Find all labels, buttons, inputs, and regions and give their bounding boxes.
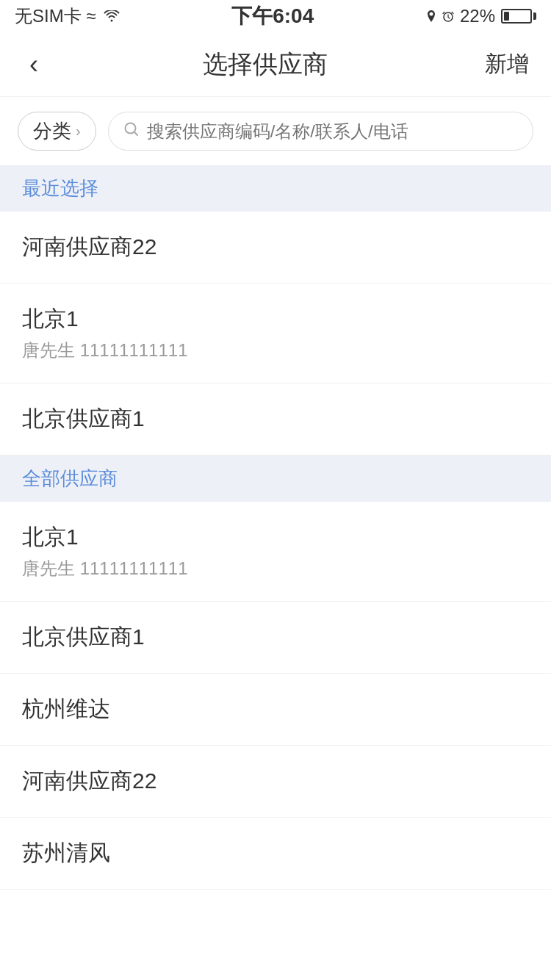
- recent-section-header: 最近选择: [0, 165, 551, 212]
- add-button[interactable]: 新增: [485, 49, 529, 79]
- location-icon: [426, 6, 436, 26]
- category-button[interactable]: 分类 ›: [18, 112, 96, 151]
- recent-section-label: 最近选择: [22, 177, 98, 199]
- item-sub: 唐先生 11111111111: [22, 339, 529, 362]
- item-name: 苏州清风: [22, 838, 529, 868]
- item-name: 河南供应商22: [22, 766, 529, 796]
- all-section-label: 全部供应商: [22, 467, 118, 489]
- item-name: 北京1: [22, 304, 529, 334]
- search-input[interactable]: [147, 121, 518, 142]
- list-item[interactable]: 苏州清风: [0, 818, 551, 890]
- chevron-right-icon: ›: [76, 123, 81, 140]
- item-name: 杭州维达: [22, 694, 529, 724]
- wifi-icon: [104, 6, 120, 26]
- item-name: 河南供应商22: [22, 232, 529, 262]
- status-left: 无SIM卡 ≈: [15, 4, 120, 28]
- list-item[interactable]: 北京1唐先生 11111111111: [0, 284, 551, 383]
- all-section-header: 全部供应商: [0, 455, 551, 502]
- nav-bar: ‹ 选择供应商 新增: [0, 32, 551, 97]
- list-item[interactable]: 北京供应商1: [0, 383, 551, 455]
- search-box[interactable]: [108, 112, 533, 151]
- list-item[interactable]: 杭州维达: [0, 674, 551, 746]
- category-label: 分类: [33, 118, 71, 144]
- list-item[interactable]: 河南供应商22: [0, 212, 551, 284]
- page-title: 选择供应商: [203, 48, 328, 82]
- all-list: 北京1唐先生 11111111111北京供应商1杭州维达河南供应商22苏州清风: [0, 502, 551, 890]
- item-sub: 唐先生 11111111111: [22, 557, 529, 580]
- filter-bar: 分类 ›: [0, 97, 551, 165]
- list-item[interactable]: 河南供应商22: [0, 746, 551, 818]
- status-time: 下午6:04: [231, 2, 314, 30]
- status-bar: 无SIM卡 ≈ 下午6:04 22%: [0, 0, 551, 32]
- recent-list: 河南供应商22北京1唐先生 11111111111北京供应商1: [0, 212, 551, 455]
- status-right: 22%: [426, 6, 536, 26]
- search-icon: [123, 120, 140, 143]
- list-item[interactable]: 北京供应商1: [0, 602, 551, 674]
- item-name: 北京供应商1: [22, 622, 529, 652]
- back-button[interactable]: ‹: [22, 42, 46, 87]
- battery-percentage: 22%: [460, 6, 495, 26]
- item-name: 北京供应商1: [22, 404, 529, 434]
- battery-icon: [501, 9, 536, 24]
- item-name: 北京1: [22, 522, 529, 552]
- alarm-icon: [442, 6, 454, 26]
- list-item[interactable]: 北京1唐先生 11111111111: [0, 502, 551, 602]
- no-sim-label: 无SIM卡 ≈: [15, 4, 96, 28]
